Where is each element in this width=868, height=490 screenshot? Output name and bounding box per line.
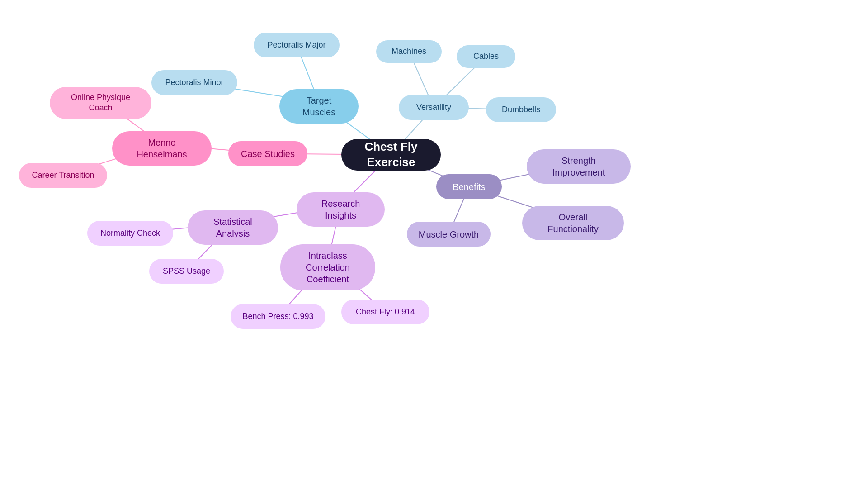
node-overall_functionality[interactable]: Overall Functionality (522, 206, 624, 240)
node-cables[interactable]: Cables (457, 45, 515, 68)
node-dumbbells[interactable]: Dumbbells (486, 97, 556, 122)
node-icc[interactable]: Intraclass Correlation Coefficient (280, 244, 375, 290)
node-spss_usage[interactable]: SPSS Usage (149, 259, 224, 284)
node-benefits[interactable]: Benefits (436, 174, 502, 199)
node-career_transition[interactable]: Career Transition (19, 163, 107, 188)
node-bench_press[interactable]: Bench Press: 0.993 (231, 304, 326, 329)
node-pectoralis_major[interactable]: Pectoralis Major (254, 33, 340, 57)
node-menno[interactable]: Menno Henselmans (112, 131, 212, 166)
node-online_coach[interactable]: Online Physique Coach (50, 87, 151, 119)
node-muscle_growth[interactable]: Muscle Growth (407, 222, 491, 247)
node-statistical_analysis[interactable]: Statistical Analysis (188, 210, 278, 245)
node-versatility[interactable]: Versatility (399, 95, 469, 120)
node-normality_check[interactable]: Normality Check (87, 221, 173, 246)
node-pectoralis_minor[interactable]: Pectoralis Minor (151, 70, 237, 95)
node-central[interactable]: Chest Fly Exercise (341, 139, 441, 171)
node-machines[interactable]: Machines (376, 40, 442, 63)
node-research_insights[interactable]: Research Insights (297, 192, 385, 227)
node-strength_improvement[interactable]: Strength Improvement (527, 149, 631, 184)
node-case_studies[interactable]: Case Studies (228, 141, 307, 166)
node-chest_fly[interactable]: Chest Fly: 0.914 (341, 300, 429, 324)
node-target_muscles[interactable]: Target Muscles (279, 89, 359, 124)
